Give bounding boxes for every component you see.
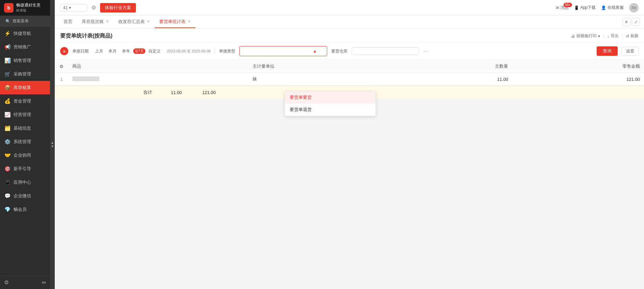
sidebar-item-inventory[interactable]: 📦 库存核算 (0, 81, 50, 94)
date-prev-month-btn[interactable]: 上月 (93, 48, 105, 55)
nav-label-finance: 资金管理 (14, 98, 31, 104)
cell-seq: 1 (55, 73, 68, 86)
sidebar-item-system[interactable]: ⚙️ 系统管理 (0, 135, 50, 149)
sidebar-item-quick-nav[interactable]: ⚡ 快捷导航 (0, 27, 50, 40)
topbar-gear-icon[interactable]: ⚙ (91, 4, 96, 11)
tab-collection-close[interactable]: ✕ (147, 19, 150, 24)
tab-collection-summary[interactable]: 收发存汇总表 ✕ (114, 16, 154, 28)
nav-icon-marketing: 📢 (4, 44, 11, 50)
query-btn[interactable]: 查询 (597, 46, 618, 56)
filter-more-btn[interactable]: ··· (423, 48, 428, 55)
sidebar-item-sales[interactable]: 📊 销售管理 (0, 54, 50, 67)
filter-sep1 (215, 48, 215, 54)
sidebar-item-basic[interactable]: 🗂️ 基础信息 (0, 121, 50, 135)
tab-home[interactable]: 首页 (59, 16, 77, 28)
tab-batch-account-close[interactable]: ✕ (106, 19, 109, 24)
sidebar-item-vip[interactable]: 💎 畅会员 (0, 203, 50, 216)
filter-expand-btn[interactable]: » (60, 47, 68, 55)
service-icon: 👤 (601, 5, 606, 10)
tab-order-label: 要货单统计表 (159, 19, 186, 25)
sidebar-scroll[interactable]: ▲▼ (50, 0, 55, 289)
type-select-wrap: ▲ (239, 46, 327, 56)
online-service-label: 在线客服 (607, 5, 624, 10)
cell-qty: 11.00 (403, 73, 512, 86)
tabs-maximize-btn[interactable]: ⤢ (632, 18, 640, 26)
sidebar-search[interactable]: 🔍 搜索菜单 (0, 16, 50, 27)
company-selector-value: 41 (63, 5, 68, 10)
sidebar: b 畅捷通好生意 标准版 🔍 搜索菜单 ⚡ 快捷导航 📢 营销推广 📊 销售管理… (0, 0, 50, 289)
date-custom-btn[interactable]: 自定义 (146, 48, 163, 55)
export-icon: ↓ (607, 34, 609, 39)
messages-btn[interactable]: ✉ 消息 99+ (556, 5, 569, 10)
sidebar-item-wechat[interactable]: 💬 企业微信 (0, 189, 50, 203)
app-logo: b (4, 3, 14, 13)
sidebar-item-operation[interactable]: 📈 经营管理 (0, 108, 50, 121)
sidebar-item-appstore[interactable]: 📱 应用中心 (0, 176, 50, 189)
nav-label-sales: 销售管理 (14, 58, 31, 64)
sidebar-item-cooperation[interactable]: 🤝 企业协同 (0, 149, 50, 162)
search-icon: 🔍 (5, 19, 10, 24)
nav-icon-inventory: 📦 (4, 84, 11, 91)
print-btn[interactable]: 🖨 按模板打印 ▾ (571, 33, 600, 39)
date-quick-btns: 上月 本月 本年 近7天 自定义 (93, 48, 163, 55)
main-area: 41 ▾ ⚙ 体验行业方案 ✉ 消息 99+ 📱 App下载 👤 在线客服 Ri… (55, 0, 644, 289)
nav-label-basic: 基础信息 (14, 125, 31, 131)
trial-btn[interactable]: 体验行业方案 (100, 3, 136, 13)
sidebar-item-guide[interactable]: 🎯 新手引导 (0, 162, 50, 176)
company-selector[interactable]: 41 ▾ (60, 4, 87, 12)
tabs-close-all-btn[interactable]: ✕ (622, 18, 630, 26)
tabs-actions: ✕ ⤢ (622, 18, 640, 26)
nav-label-appstore: 应用中心 (14, 179, 31, 185)
nav-icon-system: ⚙️ (4, 138, 11, 145)
tab-order-close[interactable]: ✕ (188, 19, 191, 24)
th-settings[interactable]: ⚙ (55, 60, 68, 73)
app-download-btn[interactable]: 📱 App下载 (574, 5, 596, 10)
th-qty: 主数量 (403, 60, 512, 73)
nav-label-guide: 新手引导 (14, 166, 31, 172)
sidebar-item-finance[interactable]: 💰 资金管理 (0, 94, 50, 108)
filter-settings-btn[interactable]: 设置 (622, 47, 639, 56)
avatar[interactable]: Rit (629, 3, 639, 13)
tab-home-label: 首页 (64, 19, 72, 25)
sidebar-header: b 畅捷通好生意 标准版 (0, 0, 50, 16)
online-service-btn[interactable]: 👤 在线客服 (601, 5, 624, 10)
nav-label-system: 系统管理 (14, 139, 31, 145)
warehouse-label: 要货仓库 (331, 48, 348, 54)
topbar-right: ✉ 消息 99+ 📱 App下载 👤 在线客服 Rit (556, 3, 639, 13)
sidebar-item-purchase[interactable]: 🛒 采购管理 (0, 67, 50, 81)
tab-batch-account[interactable]: 库存批次账 ✕ (77, 16, 114, 28)
page-actions: 🖨 按模板打印 ▾ ↓ 导出 ↺ 刷新 (571, 33, 639, 39)
nav-icon-basic: 🗂️ (4, 125, 11, 132)
footer-amount: 121.00 (186, 90, 220, 95)
nav-icon-appstore: 📱 (4, 179, 11, 186)
type-dropdown: 要货单要货 要货单退货 (285, 91, 376, 116)
tab-order-summary[interactable]: 要货单统计表 ✕ (154, 16, 195, 28)
date-7days-badge[interactable]: 近7天 (133, 48, 145, 54)
refresh-btn[interactable]: ↺ 刷新 (626, 33, 639, 39)
dropdown-item-return[interactable]: 要货单退货 (285, 104, 376, 116)
nav-icon-quick-nav: ⚡ (4, 30, 11, 37)
collapse-icon[interactable]: ⇔ (42, 279, 46, 286)
nav-icon-wechat: 💬 (4, 193, 11, 199)
nav-label-inventory: 库存核算 (14, 85, 31, 91)
footer-qty: 11.00 (152, 90, 186, 95)
app-title: 畅捷通好生意 (16, 3, 41, 8)
export-btn[interactable]: ↓ 导出 (607, 33, 619, 39)
sidebar-item-marketing[interactable]: 📢 营销推广 (0, 40, 50, 54)
settings-icon: ⚙ (59, 64, 64, 69)
type-select-chevron: ▲ (313, 49, 317, 53)
th-amount: 零售金额 (512, 60, 644, 73)
app-subtitle: 标准版 (16, 8, 41, 13)
date-range-text: 2023-05-06 至 2023-06-06 (167, 49, 211, 54)
nav-label-marketing: 营销推广 (14, 44, 31, 50)
tab-collection-label: 收发存汇总表 (118, 19, 145, 25)
warehouse-input[interactable] (352, 47, 419, 55)
divider1 (603, 34, 604, 39)
dropdown-item-incoming[interactable]: 要货单要货 (285, 91, 376, 104)
refresh-icon: ↺ (626, 34, 629, 39)
settings-icon[interactable]: ⚙ (4, 279, 9, 286)
date-this-month-btn[interactable]: 本月 (106, 48, 119, 55)
date-this-year-btn[interactable]: 本年 (120, 48, 133, 55)
type-select[interactable]: ▲ (239, 46, 327, 56)
tab-batch-account-label: 库存批次账 (82, 19, 104, 25)
